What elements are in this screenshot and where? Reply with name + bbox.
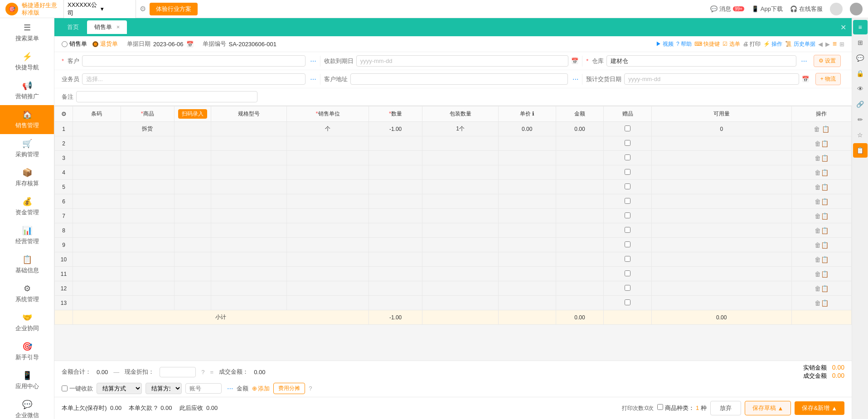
salesperson-input[interactable] <box>82 73 305 85</box>
right-panel-action-btn[interactable]: 📋 <box>853 143 868 158</box>
copy-icon[interactable]: 📋 <box>821 227 829 234</box>
sidebar-item-basic[interactable]: 📋 基础信息 <box>0 250 54 279</box>
copy-icon[interactable]: 📋 <box>821 285 829 292</box>
delete-icon[interactable]: 🗑 <box>815 183 821 191</box>
delete-icon[interactable]: 🗑 <box>815 198 821 205</box>
nav-prev-icon[interactable]: ◀ <box>818 41 823 48</box>
copy-icon[interactable]: 📋 <box>821 198 829 205</box>
tab-sales-order[interactable]: 销售单 × <box>87 20 127 34</box>
company-selector[interactable]: XXXXXX公司 ▾ <box>63 0 136 19</box>
delete-icon[interactable]: 🗑 <box>815 299 821 307</box>
save-draft-button[interactable]: 保存草稿 ▲ <box>745 401 791 415</box>
print-btn[interactable]: 🖨 打印 <box>743 40 761 48</box>
right-panel-grid-btn[interactable]: ⊞ <box>853 35 868 50</box>
copy-icon[interactable]: 📋 <box>821 241 829 249</box>
sidebar-item-inventory[interactable]: 📦 库存核算 <box>0 163 54 192</box>
online-service-button[interactable]: 🎧 在线客服 <box>790 5 823 13</box>
grid-icon[interactable]: ⊞ <box>839 41 844 48</box>
sidebar-item-guide[interactable]: 🎯 新手引导 <box>0 337 54 366</box>
row-quantity[interactable]: -1.00 <box>369 122 422 136</box>
right-panel-list-btn[interactable]: ≡ <box>853 20 868 34</box>
copy-icon[interactable]: 📋 <box>821 154 829 162</box>
sidebar-item-sales[interactable]: 🏠 销售管理 <box>0 105 54 134</box>
discount-input[interactable] <box>160 367 196 377</box>
account-select[interactable]: 结算方式 <box>145 383 182 394</box>
video-btn[interactable]: ▶ 视频 <box>656 40 674 48</box>
sidebar-item-enterprise[interactable]: 🤝 企业协同 <box>0 308 54 337</box>
delete-icon[interactable]: 🗑 <box>815 169 821 176</box>
delete-icon[interactable]: 🗑 <box>814 125 820 133</box>
tab-close-button[interactable]: ✕ <box>840 23 846 32</box>
addr-dots[interactable]: ··· <box>572 75 578 83</box>
th-scan[interactable]: 扫码录入 <box>175 106 211 122</box>
sidebar-item-operations[interactable]: 📊 经营管理 <box>0 221 54 250</box>
expense-button[interactable]: 费用分摊 <box>273 383 305 394</box>
delete-icon[interactable]: 🗑 <box>815 256 821 263</box>
trial-button[interactable]: 体验行业方案 <box>150 3 198 15</box>
expected-calendar-icon[interactable]: 📅 <box>802 76 809 82</box>
right-panel-star-btn[interactable]: ☆ <box>853 128 868 142</box>
operate-btn[interactable]: ⚡ 操作 <box>763 40 782 48</box>
sidebar-item-finance[interactable]: 💰 资金管理 <box>0 192 54 221</box>
help-btn[interactable]: ? 帮助 <box>676 40 692 48</box>
add-button[interactable]: ⊕ 添加 <box>252 385 270 393</box>
tab-home[interactable]: 首页 <box>60 20 86 34</box>
sidebar-item-purchase[interactable]: 🛒 采购管理 <box>0 134 54 163</box>
expected-date-input[interactable] <box>624 73 799 85</box>
message-button[interactable]: 💬 消息 99+ <box>710 5 744 13</box>
delete-icon[interactable]: 🗑 <box>815 285 821 292</box>
customer-addr-input[interactable] <box>350 73 568 85</box>
copy-icon[interactable]: 📋 <box>821 169 829 176</box>
logistics-button[interactable]: + 物流 <box>815 73 841 85</box>
delete-icon[interactable]: 🗑 <box>815 270 821 278</box>
sidebar-item-quick-nav[interactable]: ⚡ 快捷导航 <box>0 47 54 76</box>
warehouse-input[interactable] <box>606 55 796 67</box>
customer-input[interactable] <box>82 55 305 67</box>
abandon-button[interactable]: 放弃 <box>710 401 741 415</box>
sidebar-item-marketing[interactable]: 📢 营销推广 <box>0 76 54 105</box>
row-spec[interactable] <box>211 122 287 136</box>
account-dots[interactable]: ··· <box>227 385 233 393</box>
radio-sales[interactable]: 销售单 <box>62 40 87 48</box>
row-gift[interactable] <box>604 122 652 136</box>
right-panel-lock-btn[interactable]: 🔒 <box>853 66 868 81</box>
copy-icon[interactable]: 📋 <box>821 299 829 307</box>
copy-icon[interactable]: 📋 <box>821 140 829 147</box>
delete-icon[interactable]: 🗑 <box>815 154 821 162</box>
list-icon[interactable]: ≡ <box>833 40 837 48</box>
tab-close-icon[interactable]: × <box>116 24 120 30</box>
nav-next-icon[interactable]: ▶ <box>825 41 830 48</box>
one-click-checkbox[interactable]: 一键收款 <box>62 385 93 393</box>
right-panel-chat-btn[interactable]: 💬 <box>853 51 868 65</box>
warehouse-dots[interactable]: ··· <box>801 57 807 65</box>
delete-icon[interactable]: 🗑 <box>815 140 821 147</box>
right-panel-link-btn[interactable]: 🔗 <box>853 97 868 111</box>
notes-input[interactable] <box>76 91 257 102</box>
sidebar-item-wechat[interactable]: 💬 企业微信 <box>0 395 54 419</box>
salesperson-dots[interactable]: ··· <box>310 75 316 83</box>
settlement-select[interactable]: 结算方式 <box>97 383 142 394</box>
avatar-2[interactable] <box>850 3 863 15</box>
app-download-button[interactable]: 📱 App下载 <box>752 5 783 13</box>
save-new-button[interactable]: 保存&新增 ▲ <box>795 401 844 415</box>
product-type-checkbox[interactable] <box>657 405 665 411</box>
settings-button[interactable]: ⚙ 设置 <box>814 55 841 67</box>
receipt-date-input[interactable] <box>356 55 569 67</box>
row-unit-price[interactable]: 0.00 <box>498 122 556 136</box>
settings-icon[interactable]: ⚙ <box>140 5 146 13</box>
shortcut-btn[interactable]: ⌨ 快捷键 <box>694 40 720 48</box>
sidebar-item-system[interactable]: ⚙ 系统管理 <box>0 279 54 308</box>
radio-return[interactable]: 退货单 <box>92 40 118 48</box>
copy-icon[interactable]: 📋 <box>822 125 829 133</box>
right-panel-pencil-btn[interactable]: ✏ <box>853 112 868 127</box>
account-input[interactable] <box>185 383 222 394</box>
receipt-calendar-icon[interactable]: 📅 <box>571 58 578 64</box>
copy-icon[interactable]: 📋 <box>821 212 829 220</box>
copy-icon[interactable]: 📋 <box>821 270 829 278</box>
copy-icon[interactable]: 📋 <box>821 183 829 191</box>
sidebar-item-search[interactable]: ☰ 搜索菜单 <box>0 18 54 47</box>
copy-icon[interactable]: 📋 <box>821 256 829 263</box>
avatar[interactable] <box>830 3 843 15</box>
row-barcode[interactable] <box>73 122 121 136</box>
customer-dots[interactable]: ··· <box>310 57 316 65</box>
